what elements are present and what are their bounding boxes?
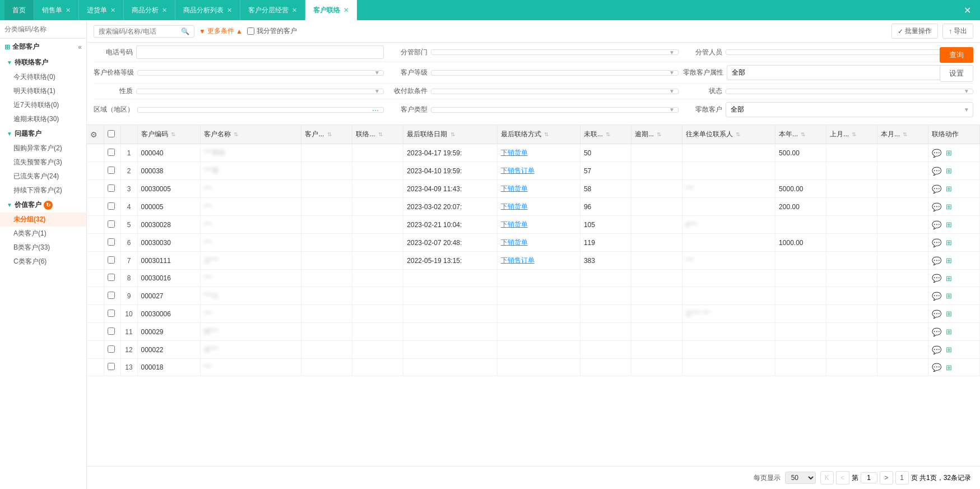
more-conditions-button[interactable]: ▼ 更多条件 ▲ bbox=[199, 26, 243, 36]
grid-action-icon[interactable]: ⊞ bbox=[946, 327, 952, 336]
contact-icon[interactable]: 💬 bbox=[932, 238, 941, 247]
close-icon[interactable]: ✕ bbox=[227, 7, 232, 14]
prev-page-button[interactable]: < bbox=[836, 471, 849, 485]
contact-icon[interactable]: 💬 bbox=[932, 202, 941, 211]
grid-action-icon[interactable]: ⊞ bbox=[946, 256, 952, 265]
query-button[interactable]: 查询 bbox=[940, 47, 973, 63]
export-button[interactable]: ↑ 导出 bbox=[942, 24, 973, 39]
sort-icon[interactable]: ⇅ bbox=[544, 131, 549, 137]
nav-tab-analysis-list[interactable]: 商品分析列表 ✕ bbox=[175, 0, 240, 20]
grid-action-icon[interactable]: ⊞ bbox=[946, 220, 952, 229]
grid-action-icon[interactable]: ⊞ bbox=[946, 202, 952, 211]
sidebar-item-class-c[interactable]: C类客户(6) bbox=[0, 255, 86, 269]
row-checkbox bbox=[104, 216, 120, 234]
grid-action-icon[interactable]: ⊞ bbox=[946, 274, 952, 283]
nav-tab-customer-ops[interactable]: 客户分层经营 ✕ bbox=[240, 0, 305, 20]
sidebar-item-overdue[interactable]: 逾期未联络(30) bbox=[0, 112, 86, 126]
close-icon[interactable]: ✕ bbox=[110, 7, 115, 14]
grid-action-icon[interactable]: ⊞ bbox=[946, 292, 952, 300]
sidebar-value-customers-header[interactable]: ▼ 价值客户 ↻ bbox=[0, 197, 86, 213]
contact-icon[interactable]: 💬 bbox=[932, 220, 941, 229]
retail-select[interactable]: 全部 ▼ bbox=[726, 102, 973, 117]
grid-action-icon[interactable]: ⊞ bbox=[946, 345, 952, 354]
window-close-button[interactable]: ✕ bbox=[959, 3, 976, 18]
status-select[interactable]: ▼ bbox=[726, 89, 973, 94]
dept-select[interactable]: ▼ bbox=[431, 49, 679, 55]
sort-icon[interactable]: ⇅ bbox=[450, 131, 455, 137]
sidebar-item-7days[interactable]: 近7天待联络(0) bbox=[0, 98, 86, 112]
sort-icon[interactable]: ⇅ bbox=[171, 131, 175, 137]
nav-tab-sales[interactable]: 销售单 ✕ bbox=[34, 0, 79, 20]
grid-action-icon[interactable]: ⊞ bbox=[946, 184, 952, 193]
sidebar-item-class-a[interactable]: A类客户(1) bbox=[0, 227, 86, 241]
contact-icon[interactable]: 💬 bbox=[932, 292, 941, 301]
sort-icon[interactable]: ⇅ bbox=[903, 131, 907, 137]
search-input[interactable] bbox=[99, 27, 179, 35]
sidebar-search-input[interactable] bbox=[4, 25, 87, 33]
batch-ops-button[interactable]: ✓ 批量操作 bbox=[891, 24, 938, 39]
sidebar-item-hoard[interactable]: 囤购异常客户(2) bbox=[0, 141, 86, 155]
grid-action-icon[interactable]: ⊞ bbox=[946, 167, 952, 175]
last-page-button[interactable]: 1 bbox=[895, 471, 909, 485]
sidebar-item-class-b[interactable]: B类客户(33) bbox=[0, 241, 86, 255]
nav-tab-purchase[interactable]: 进货单 ✕ bbox=[79, 0, 124, 20]
nav-tab-customer-contact[interactable]: 客户联络 ✕ bbox=[305, 0, 357, 20]
nature-select[interactable]: ▼ bbox=[136, 89, 384, 94]
dots-icon[interactable]: ··· bbox=[372, 105, 379, 114]
payment-select[interactable]: ▼ bbox=[431, 89, 679, 94]
retail-attr-select[interactable]: 全部 ▼ bbox=[727, 65, 973, 80]
sort-icon[interactable]: ⇅ bbox=[327, 131, 332, 137]
customer-type-select[interactable]: ▼ bbox=[431, 107, 679, 113]
sidebar-item-tomorrow[interactable]: 明天待联络(1) bbox=[0, 84, 86, 98]
sort-icon[interactable]: ⇅ bbox=[801, 131, 805, 137]
contact-icon[interactable]: 💬 bbox=[932, 256, 941, 265]
close-icon[interactable]: ✕ bbox=[162, 7, 167, 14]
contact-icon[interactable]: 💬 bbox=[932, 149, 941, 158]
sort-icon[interactable]: ⇅ bbox=[736, 131, 740, 137]
reset-button[interactable]: 设置 bbox=[940, 65, 973, 82]
close-icon[interactable]: ✕ bbox=[292, 7, 297, 14]
sidebar-item-today[interactable]: 今天待联络(0) bbox=[0, 70, 86, 84]
page-number-input[interactable] bbox=[861, 472, 877, 483]
next-page-button[interactable]: > bbox=[880, 471, 893, 485]
contact-icon[interactable]: 💬 bbox=[932, 327, 941, 336]
select-all-checkbox[interactable] bbox=[108, 130, 115, 137]
sidebar-item-lostwarning[interactable]: 流失预警客户(3) bbox=[0, 155, 86, 169]
nav-tab-analysis[interactable]: 商品分析 ✕ bbox=[124, 0, 175, 20]
sidebar-all-customers[interactable]: ⊞ 全部客户 « bbox=[0, 39, 86, 55]
collapse-icon[interactable]: « bbox=[78, 43, 82, 51]
grid-action-icon[interactable]: ⊞ bbox=[946, 149, 952, 157]
region-select[interactable]: ··· bbox=[137, 107, 384, 113]
settings-icon[interactable]: ⚙ bbox=[90, 130, 97, 139]
contact-icon[interactable]: 💬 bbox=[932, 363, 941, 372]
sort-icon[interactable]: ⇅ bbox=[657, 131, 661, 137]
search-icon[interactable]: 🔍 bbox=[181, 27, 189, 35]
my-customers-checkbox[interactable]: 我分管的客户 bbox=[247, 26, 297, 36]
sidebar-item-declining[interactable]: 持续下滑客户(2) bbox=[0, 183, 86, 197]
page-size-select[interactable]: 50 100 200 bbox=[785, 472, 816, 484]
nav-tab-home[interactable]: 首页 bbox=[4, 0, 34, 20]
contact-icon[interactable]: 💬 bbox=[932, 310, 941, 319]
contact-icon[interactable]: 💬 bbox=[932, 184, 941, 193]
sidebar-problem-customers-header[interactable]: ▼ 问题客户 bbox=[0, 126, 86, 141]
grid-action-icon[interactable]: ⊞ bbox=[946, 363, 952, 372]
price-grade-select[interactable]: ▼ bbox=[137, 70, 384, 76]
sort-icon[interactable]: ⇅ bbox=[234, 131, 238, 137]
sort-icon[interactable]: ⇅ bbox=[606, 131, 610, 137]
sidebar-item-unclassified[interactable]: 未分组(32) bbox=[0, 213, 86, 227]
sort-icon[interactable]: ⇅ bbox=[852, 131, 856, 137]
manager-input[interactable]: ··· bbox=[726, 49, 973, 55]
phone-input[interactable] bbox=[136, 45, 384, 59]
sidebar-item-lost[interactable]: 已流失客户(24) bbox=[0, 169, 86, 183]
sidebar-pending-contact-header[interactable]: ▼ 待联络客户 bbox=[0, 55, 86, 70]
close-icon[interactable]: ✕ bbox=[66, 7, 71, 14]
sort-icon[interactable]: ⇅ bbox=[378, 131, 383, 137]
grid-action-icon[interactable]: ⊞ bbox=[946, 310, 952, 318]
grid-action-icon[interactable]: ⊞ bbox=[946, 238, 952, 247]
close-icon[interactable]: ✕ bbox=[343, 7, 349, 14]
contact-icon[interactable]: 💬 bbox=[932, 167, 941, 176]
contact-icon[interactable]: 💬 bbox=[932, 274, 941, 283]
customer-grade-select[interactable]: ▼ bbox=[431, 70, 679, 76]
first-page-button[interactable]: K bbox=[820, 471, 834, 485]
contact-icon[interactable]: 💬 bbox=[932, 345, 941, 354]
